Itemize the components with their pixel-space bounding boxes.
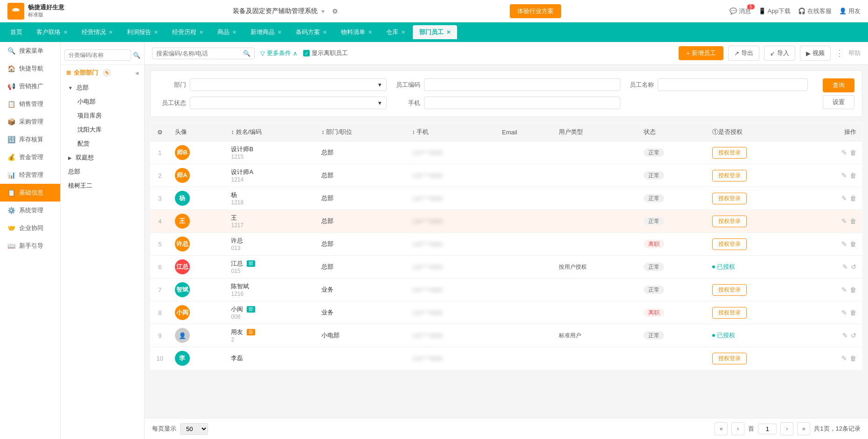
authorize-btn-1[interactable]: 授权登录: [712, 147, 747, 159]
tab-add-goods[interactable]: 新增商品 ✕: [244, 25, 288, 39]
dept-node-small-elec[interactable]: 小电部: [66, 95, 144, 109]
sidebar-item-search[interactable]: 🔍 搜索菜单: [0, 42, 60, 60]
more-filter-button[interactable]: ▽ 更多条件 ∧: [260, 49, 298, 57]
delete-icon-3[interactable]: 🗑: [850, 195, 856, 202]
authorize-btn-7[interactable]: 授权登录: [712, 284, 747, 296]
page-number-input[interactable]: [758, 424, 777, 434]
per-page-select[interactable]: 50 20 100: [180, 423, 208, 435]
import-button[interactable]: ↙ 导入: [764, 46, 795, 61]
dept-node-project[interactable]: 项目库房: [66, 109, 144, 123]
restore-icon-9[interactable]: ↺: [851, 332, 856, 339]
edit-icon-9[interactable]: ✎: [842, 332, 848, 339]
sidebar-item-inventory[interactable]: 🔢 库存核算: [0, 131, 60, 148]
sidebar-item-corp[interactable]: 🤝 企业协同: [0, 219, 60, 237]
tab-operation[interactable]: 经营情况 ✕: [75, 25, 119, 39]
add-employee-button[interactable]: + 新增员工: [679, 46, 723, 60]
more-actions-icon[interactable]: ⋮: [835, 48, 844, 58]
delete-icon-4[interactable]: 🗑: [850, 217, 856, 225]
show-resigned-toggle[interactable]: ✓ 显示离职员工: [303, 49, 348, 57]
help-label[interactable]: 帮助: [848, 49, 861, 57]
tab-history[interactable]: 经营历程 ✕: [166, 25, 210, 39]
dept-node-general2[interactable]: 总部: [61, 165, 144, 179]
user-button[interactable]: 👤 用友: [839, 7, 861, 15]
tab-department-close[interactable]: ✕: [446, 29, 451, 35]
message-button[interactable]: 💬 消息 5: [729, 7, 751, 15]
tab-bom-close[interactable]: ✕: [368, 29, 372, 35]
dept-search-input[interactable]: [64, 49, 131, 61]
sidebar-item-business[interactable]: 📊 经营管理: [0, 166, 60, 184]
edit-icon-6[interactable]: ✎: [842, 263, 848, 271]
edit-icon-1[interactable]: ✎: [841, 149, 847, 156]
restore-icon-6[interactable]: ↺: [851, 263, 856, 271]
phone-input[interactable]: [424, 97, 621, 109]
tab-home[interactable]: 首页: [4, 25, 29, 39]
sidebar-item-finance[interactable]: 💰 资金管理: [0, 148, 60, 166]
sidebar-item-system[interactable]: ⚙️ 系统管理: [0, 202, 60, 219]
delete-icon-2[interactable]: 🗑: [850, 172, 856, 179]
delete-icon-7[interactable]: 🗑: [850, 286, 856, 293]
search-button[interactable]: 查询: [823, 78, 854, 92]
sidebar-item-sales[interactable]: 📋 销售管理: [0, 95, 60, 113]
all-dept-header[interactable]: ⊞ 全部部门 ✎ ◂: [61, 65, 144, 81]
online-service-button[interactable]: 🎧 在线客服: [798, 7, 832, 15]
authorize-btn-3[interactable]: 授权登录: [712, 193, 747, 204]
tab-department[interactable]: 部门员工 ✕: [413, 25, 457, 39]
tab-goods-close[interactable]: ✕: [232, 29, 236, 35]
th-phone[interactable]: ↕ 手机: [406, 123, 496, 141]
dept-collapse-icon[interactable]: ◂: [135, 70, 139, 77]
tab-operation-close[interactable]: ✕: [109, 29, 113, 35]
show-resigned-checkbox[interactable]: ✓: [303, 50, 310, 56]
authorize-btn-4[interactable]: 授权登录: [712, 216, 747, 227]
sidebar-item-purchase[interactable]: 📦 采购管理: [0, 113, 60, 131]
authorize-btn-8[interactable]: 授权登录: [712, 307, 747, 319]
sidebar-item-nav[interactable]: 🏠 快捷导航: [0, 60, 60, 77]
dept-node-general[interactable]: ▼ 总部: [61, 81, 144, 95]
dept-select[interactable]: ▾: [190, 78, 387, 91]
dept-node-shenyang[interactable]: 沈阳大库: [66, 123, 144, 137]
edit-icon-5[interactable]: ✎: [841, 240, 847, 248]
emp-code-input[interactable]: [424, 78, 621, 91]
th-dept[interactable]: ↕ 部门/职位: [316, 123, 406, 141]
authorize-btn-10[interactable]: 授权登录: [712, 353, 747, 364]
tab-add-goods-close[interactable]: ✕: [278, 29, 282, 35]
edit-icon-7[interactable]: ✎: [841, 286, 847, 293]
dept-node-delivery[interactable]: 配货: [66, 137, 144, 151]
last-page-btn[interactable]: »: [797, 422, 810, 435]
tab-warehouse[interactable]: 仓库 ✕: [380, 25, 412, 39]
th-settings[interactable]: ⚙: [151, 123, 169, 141]
tab-customer-close[interactable]: ✕: [63, 29, 68, 35]
delete-icon-1[interactable]: 🗑: [850, 149, 856, 156]
delete-icon-8[interactable]: 🗑: [850, 309, 856, 316]
trial-button[interactable]: 体验行业方案: [510, 4, 561, 18]
set-button[interactable]: 设置: [823, 95, 854, 109]
emp-name-input[interactable]: [658, 78, 808, 91]
dept-search-icon[interactable]: 🔍: [133, 52, 140, 59]
edit-icon-3[interactable]: ✎: [841, 195, 847, 202]
delete-icon-5[interactable]: 🗑: [850, 240, 856, 248]
sidebar-item-marketing[interactable]: 📢 营销推广: [0, 77, 60, 95]
tab-profit[interactable]: 利润报告 ✕: [120, 25, 165, 39]
edit-icon-2[interactable]: ✎: [841, 172, 847, 179]
export-button[interactable]: ↗ 导出: [728, 46, 759, 61]
tab-history-close[interactable]: ✕: [199, 29, 203, 35]
tab-customer[interactable]: 客户联络 ✕: [30, 25, 74, 39]
tab-goods[interactable]: 商品 ✕: [211, 25, 243, 39]
app-download-button[interactable]: 📱 App下载: [758, 7, 791, 15]
system-title-dropdown-icon[interactable]: ▾: [321, 7, 325, 15]
tab-warehouse-close[interactable]: ✕: [401, 29, 405, 35]
search-icon[interactable]: 🔍: [243, 50, 250, 57]
view-button[interactable]: ▶ 视频: [800, 46, 831, 61]
edit-icon-10[interactable]: ✎: [841, 355, 847, 362]
next-page-btn[interactable]: ›: [780, 422, 793, 435]
tab-profit-close[interactable]: ✕: [154, 29, 158, 35]
tab-bom[interactable]: 物料清单 ✕: [334, 25, 379, 39]
employee-search-input[interactable]: [156, 50, 240, 57]
delete-icon-10[interactable]: 🗑: [850, 355, 856, 362]
sidebar-item-basic[interactable]: 📋 基础信息: [0, 184, 60, 202]
dept-node-shuangtingxiang[interactable]: ▶ 双庭想: [61, 151, 144, 165]
dept-edit-icon[interactable]: ✎: [103, 69, 111, 77]
th-name[interactable]: ↕ 姓名/编码: [225, 123, 316, 141]
dept-node-zhishu[interactable]: 植树王二: [61, 179, 144, 193]
authorize-btn-2[interactable]: 授权登录: [712, 170, 747, 181]
authorize-btn-5[interactable]: 授权登录: [712, 238, 747, 250]
